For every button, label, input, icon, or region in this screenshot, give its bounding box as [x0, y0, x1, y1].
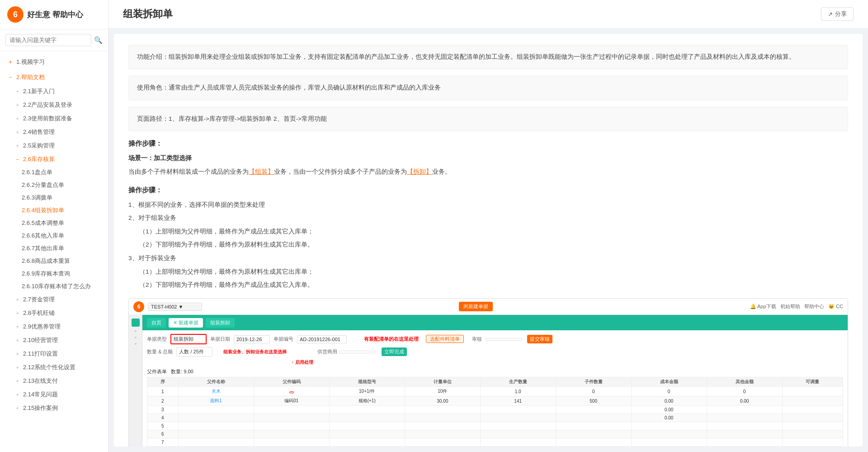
sidebar-item-assembly[interactable]: 2.6.4组装拆卸单: [0, 204, 108, 217]
td-parent-code: [254, 387, 329, 396]
th-parent-code: 父件编码: [254, 377, 329, 387]
annotation-enable: ↑ 启用处理: [292, 360, 313, 365]
page-title: 组装拆卸单: [123, 7, 173, 21]
sidebar-item-stocktake[interactable]: 2.6.1盘点单: [0, 166, 108, 179]
step-1: 1、根据不同的业务，选择不同单据的类型来处理: [128, 199, 848, 211]
sidebar-nav: ＋ 1.视频学习 － 2.帮助文档 ＋ 2.1新手入门 ＋ 2.2产品安装及登录: [0, 51, 108, 452]
sidebar-item-partial-stocktake[interactable]: 2.6.2分量盘点单: [0, 179, 108, 191]
minus-icon: －: [14, 155, 20, 163]
input-doc-date[interactable]: 2019-12-26: [234, 335, 270, 343]
sidebar: 6 好生意 帮助中心 🔍 ＋ 1.视频学习 － 2.帮助文档 ＋ 2.1新手入门: [0, 0, 108, 452]
sidebar-item-video-learning[interactable]: ＋ 1.视频学习: [0, 55, 108, 69]
table-row: 3 0.00: [147, 406, 843, 414]
sidebar-item-transfer[interactable]: 2.6.3调拨单: [0, 191, 108, 204]
sidebar-item-install[interactable]: ＋ 2.2产品安装及登录: [0, 98, 108, 112]
sidebar-item-faq[interactable]: ＋ 2.14常见问题: [0, 388, 108, 401]
th-other-amt: 其他金额: [707, 377, 782, 387]
select-bom-btn[interactable]: 选配件料清单: [426, 336, 464, 343]
app-logo-icon: 6: [7, 6, 24, 23]
sidebar-item-print[interactable]: ＋ 2.11打印设置: [0, 347, 108, 361]
vendor-input-wrapper: 供货商用: [317, 348, 375, 355]
sidebar-item-data-prep[interactable]: ＋ 2.3使用前数据准备: [0, 112, 108, 125]
confirm-btn[interactable]: 立即完成: [382, 347, 407, 356]
ops-steps-title: 操作步骤：: [128, 186, 848, 195]
search-input[interactable]: [5, 34, 91, 46]
annotation-enable-area: ↑ 启用处理: [292, 359, 843, 368]
input-total-num[interactable]: 人数 / 25件: [176, 347, 212, 357]
plus-icon: ＋: [14, 142, 20, 150]
th-child-qty: 子件数量: [556, 377, 631, 387]
plus-icon: ＋: [14, 295, 20, 304]
select-bom-orange-btn[interactable]: 选配件料清单: [426, 335, 464, 343]
sidebar-item-ledger-fix[interactable]: 2.6.10库存账本错了怎么办: [0, 280, 108, 293]
step-3-1: （1）上部明细为父件明细，最终作为原材料生成其它出库单；: [128, 266, 848, 278]
sidebar-item-coupon[interactable]: ＋ 2.9优惠券管理: [0, 320, 108, 333]
screenshot-container: 6 TEST-H002 ▼ 闭新建单据 🔔 App下载 初始帮助 帮助中心 🐱 …: [128, 298, 848, 447]
new-doc-btn: 闭新建单据: [459, 302, 493, 311]
table-row: 4 0.00: [147, 414, 843, 422]
sidebar-item-purchase[interactable]: ＋ 2.5采购管理: [0, 139, 108, 152]
label-approve: 审核: [472, 336, 482, 343]
annotation-fixed-bom: 有装配清单的在这里处理: [364, 336, 419, 343]
article-content: 功能介绍：组装拆卸单用来处理企业组装或拆卸等加工业务，支持有固定装配清单的产品加…: [114, 34, 863, 447]
disassembly-link[interactable]: 【拆卸】: [407, 168, 432, 175]
sidebar-item-cases[interactable]: ＋ 2.15操作案例: [0, 401, 108, 415]
app-screenshot: 6 TEST-H002 ▼ 闭新建单据 🔔 App下载 初始帮助 帮助中心 🐱 …: [129, 299, 848, 447]
input-vendor[interactable]: [339, 351, 375, 353]
td-other-amt: 0: [707, 387, 782, 396]
search-button[interactable]: 🔍: [94, 36, 103, 44]
icon-dot3: [135, 343, 137, 345]
sidebar-item-online-pay[interactable]: ＋ 2.13在线支付: [0, 374, 108, 388]
td-parent-name: 关木: [178, 387, 254, 396]
plus-icon: ＋: [14, 101, 20, 109]
app-tab-assembly[interactable]: 组装拆卸: [206, 318, 235, 328]
sidebar-item-ledger-query[interactable]: 2.6.9库存账本查询: [0, 267, 108, 280]
td-unit: 10件: [405, 387, 480, 396]
app-logo: 6: [133, 301, 144, 312]
sidebar-item-cost-adjust[interactable]: 2.6.5成本调整单: [0, 217, 108, 229]
app-tab-home[interactable]: 自页: [147, 318, 166, 328]
sidebar-item-help-docs[interactable]: － 2.帮助文档: [0, 70, 108, 85]
label-doc-no: 单据编号: [274, 336, 293, 343]
annotation-type-select: 组装业务、拆卸业务在这里选择: [223, 349, 287, 355]
sidebar-item-inventory[interactable]: － 2.6库存核算: [0, 152, 108, 166]
app-title: 好生意 帮助中心: [27, 10, 83, 20]
sidebar-item-beginners[interactable]: ＋ 2.1新手入门: [0, 85, 108, 98]
sidebar-item-customize[interactable]: ＋ 2.12系统个性化设置: [0, 361, 108, 374]
app-left-icons: [129, 315, 142, 447]
share-button[interactable]: ↗ 分享: [821, 7, 854, 21]
input-approve[interactable]: [486, 338, 522, 341]
sidebar-item-ops-mgmt[interactable]: ＋ 2.10经营管理: [0, 333, 108, 347]
app-tab-newdoc[interactable]: ✕ 新建单据: [169, 318, 203, 328]
page-header: 组装拆卸单 ↗ 分享: [108, 0, 868, 29]
th-seq: 序: [147, 377, 179, 387]
sidebar-item-mobile[interactable]: ＋ 2.8手机旺铺: [0, 306, 108, 320]
scenario1-desc: 当由多个子件材料组装成一个成品的业务为【组装】业务，当由一个父件拆分成多个子产品…: [128, 166, 848, 178]
sidebar-item-sales[interactable]: ＋ 2.4销售管理: [0, 125, 108, 139]
code-input-red[interactable]: [289, 391, 294, 393]
plus-icon: ＋: [7, 58, 14, 66]
submit-btn[interactable]: 提交审核: [527, 335, 552, 343]
table-header-row: 序 父件名称 父件编码 规格型号 计量单位 生产数量 子件数量 成本金额 其他金: [147, 377, 843, 387]
assembly-link[interactable]: 【组装】: [249, 168, 274, 175]
input-doc-type[interactable]: 组装拆卸: [170, 334, 207, 344]
icon-home: [132, 319, 140, 327]
th-spec: 规格型号: [329, 377, 405, 387]
ops-title: 操作步骤：: [128, 139, 848, 148]
input-doc-no[interactable]: AD-20191226-001: [297, 335, 347, 343]
sidebar-item-cost-recalc[interactable]: 2.6.8商品成本重算: [0, 255, 108, 267]
td-avail: [782, 387, 843, 396]
nav-group-videos: ＋ 1.视频学习: [0, 55, 108, 69]
th-avail: 可调量: [782, 377, 843, 387]
step-3: 3、对于拆装业务: [128, 252, 848, 264]
sidebar-item-finance[interactable]: ＋ 2.7资金管理: [0, 293, 108, 306]
td-prod-qty: 1.0: [480, 387, 556, 396]
sidebar-item-other-in[interactable]: 2.6.6其他入库单: [0, 229, 108, 242]
sidebar-item-other-out[interactable]: 2.6.7其他出库单: [0, 242, 108, 255]
plus-icon: ＋: [14, 363, 20, 371]
step-2: 2、对于组装业务: [128, 212, 848, 224]
plus-icon: ＋: [14, 377, 20, 385]
icon-dot2: [135, 337, 137, 338]
company-selector: TEST-H002 ▼: [148, 303, 202, 311]
plus-icon: ＋: [14, 309, 20, 317]
